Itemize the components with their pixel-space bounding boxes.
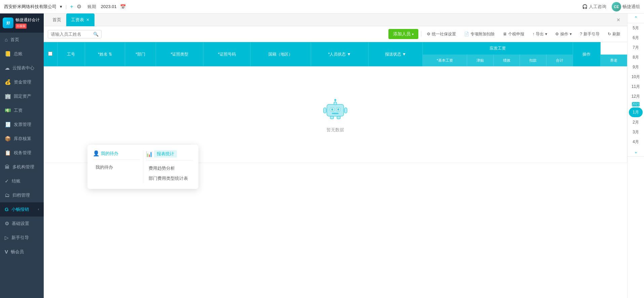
svg-rect-4 bbox=[337, 108, 339, 110]
period-value: 2023.01 bbox=[101, 4, 117, 9]
col-id-number: *证照号码 bbox=[203, 42, 250, 66]
operation-btn[interactable]: ⚙ 操作 ▾ bbox=[553, 30, 574, 38]
select-all-checkbox[interactable] bbox=[48, 52, 52, 56]
expense-trend-item[interactable]: 费用趋势分析 bbox=[146, 163, 193, 173]
search-input[interactable] bbox=[51, 32, 92, 37]
vip-icon: V bbox=[5, 249, 8, 255]
sidebar-label-inventory: 库存核算 bbox=[14, 136, 31, 142]
timeline-month-6[interactable]: 6月 bbox=[628, 33, 644, 43]
sidebar-item-home[interactable]: ⌂ 首页 bbox=[0, 33, 44, 47]
empty-text: 暂无数据 bbox=[327, 127, 344, 133]
refresh-btn[interactable]: ↻ 刷新 bbox=[605, 30, 623, 38]
calendar-icon[interactable]: 📅 bbox=[120, 4, 126, 9]
col-check[interactable] bbox=[44, 42, 57, 66]
svg-rect-3 bbox=[331, 108, 333, 110]
add-company-btn[interactable]: + bbox=[70, 4, 73, 10]
user-label: 畅捷通组 bbox=[622, 4, 640, 10]
popup-divider bbox=[143, 150, 143, 184]
add-person-btn[interactable]: 添加人员 ▾ bbox=[388, 29, 418, 39]
col-total: 合计 bbox=[546, 55, 573, 66]
tab-salary[interactable]: 工资表 ✕ bbox=[66, 13, 94, 26]
company-dropdown[interactable]: ▾ bbox=[60, 4, 62, 9]
sidebar-label-settings: 基础设置 bbox=[12, 221, 29, 227]
my-todo-item[interactable]: 我的待办 bbox=[93, 162, 140, 172]
col-base-salary: *基本工资 bbox=[423, 55, 467, 66]
multi-org-icon: 🏛 bbox=[5, 164, 10, 170]
popup-col-2: 📊 报表统计 费用趋势分析 部门费用类型统计表 bbox=[146, 150, 193, 184]
timeline-month-8[interactable]: 8月 bbox=[628, 53, 644, 62]
settings-icon[interactable]: ⚙ bbox=[77, 3, 81, 10]
sidebar-item-expense[interactable]: G 小畅报销 ‹ bbox=[0, 202, 44, 217]
search-icon: 🔍 bbox=[93, 32, 99, 37]
support-btn[interactable]: 🎧 人工咨询 bbox=[582, 4, 606, 10]
tab-close-btn[interactable]: ✕ bbox=[86, 18, 89, 22]
sidebar-item-inventory[interactable]: 📦 库存核算 bbox=[0, 132, 44, 146]
inventory-icon: 📦 bbox=[5, 136, 11, 142]
sidebar-item-assets[interactable]: 🏢 固定资产 bbox=[0, 89, 44, 103]
sidebar-item-cloud-reports[interactable]: ☁ 云报表中心 bbox=[0, 61, 44, 75]
col-nationality: 国籍（地区） bbox=[251, 42, 311, 66]
sidebar-item-archive[interactable]: 🗂 归档管理 bbox=[0, 188, 44, 202]
timeline-month-12[interactable]: 12月 bbox=[628, 92, 644, 101]
sidebar-item-ledger[interactable]: 📒 总账 bbox=[0, 47, 44, 61]
guide-btn[interactable]: ? 新手引导 bbox=[577, 30, 602, 38]
svg-rect-10 bbox=[344, 108, 347, 113]
deduction-btn[interactable]: 📄 专项附加扣除 bbox=[461, 30, 497, 38]
sidebar-item-tax[interactable]: 📋 税务管理 bbox=[0, 146, 44, 160]
guide-icon: ▷ bbox=[5, 235, 9, 241]
timeline-month-10[interactable]: 10月 bbox=[628, 72, 644, 82]
sidebar-item-settings[interactable]: ⚙ 基础设置 bbox=[0, 217, 44, 231]
sidebar-label-vip: 畅会员 bbox=[11, 249, 24, 255]
svg-rect-5 bbox=[332, 113, 339, 114]
popup-col-1: 👤 我的待办 我的待办 bbox=[93, 150, 140, 184]
svg-rect-12 bbox=[337, 116, 340, 119]
export-arrow: ▾ bbox=[545, 32, 547, 36]
expense-icon: G bbox=[5, 206, 9, 212]
timeline-month-4[interactable]: 4月 bbox=[628, 137, 644, 147]
dept-expense-item[interactable]: 部门费用类型统计表 bbox=[146, 173, 193, 184]
timeline-month-5[interactable]: 5月 bbox=[628, 23, 644, 33]
support-label: 人工咨询 bbox=[589, 4, 606, 10]
avatar: CE bbox=[612, 2, 621, 11]
invoice-icon: 🧾 bbox=[5, 122, 11, 128]
sidebar-item-funds[interactable]: 💰 资金管理 bbox=[0, 75, 44, 89]
sidebar-label-home: 首页 bbox=[10, 37, 19, 43]
svg-rect-11 bbox=[330, 116, 334, 119]
operation-label: 操作 bbox=[560, 31, 568, 37]
tab-bar: 首页 工资表 ✕ ✕ bbox=[44, 13, 627, 26]
timeline-up-btn[interactable]: ⌃ bbox=[633, 14, 639, 22]
popup-menu: 👤 我的待办 我的待办 📊 报表统计 bbox=[87, 145, 198, 189]
export-btn[interactable]: ↑ 导出 ▾ bbox=[530, 30, 550, 38]
sidebar-item-settle[interactable]: ✓ 结账 bbox=[0, 174, 44, 188]
window-close-icon[interactable]: ✕ bbox=[616, 17, 620, 23]
sidebar-label-cloud: 云报表中心 bbox=[12, 65, 34, 71]
timeline-month-11[interactable]: 11月 bbox=[628, 82, 644, 92]
col-name: *姓名 ⇅ bbox=[85, 42, 125, 66]
sidebar-item-multi-org[interactable]: 🏛 多机构管理 bbox=[0, 160, 44, 174]
tax-report-btn[interactable]: 🖥 个税申报 bbox=[500, 30, 527, 38]
timeline-month-1[interactable]: 1月 bbox=[629, 107, 643, 117]
timeline-month-2[interactable]: 2月 bbox=[628, 118, 644, 127]
toolbar-right: 添加人员 ▾ ⚙ 统一社保设置 📄 专项附加扣除 🖥 个税申报 ↑ bbox=[388, 29, 623, 39]
timeline-month-7[interactable]: 7月 bbox=[628, 43, 644, 53]
timeline-down-btn[interactable]: ⌄ bbox=[633, 147, 639, 156]
col-action: 操作 bbox=[573, 42, 601, 66]
timeline-month-3[interactable]: 3月 bbox=[628, 127, 644, 137]
add-dropdown-arrow: ▾ bbox=[412, 32, 414, 36]
salary-icon: 💵 bbox=[5, 107, 11, 113]
timeline-month-9[interactable]: 9月 bbox=[628, 62, 644, 72]
sidebar-item-salary[interactable]: 💵 工资 bbox=[0, 103, 44, 118]
top-header: 西安虾米网络科技有限公司 ▾ | + ⚙ 账期 2023.01 📅 🎧 人工咨询… bbox=[0, 0, 644, 13]
tab-close-window[interactable]: ✕ bbox=[616, 17, 623, 23]
search-wrap[interactable]: 🔍 bbox=[48, 30, 102, 38]
my-todo-label: 我的待办 bbox=[96, 165, 113, 170]
social-security-icon: ⚙ bbox=[427, 32, 430, 36]
sidebar-item-vip[interactable]: V 畅会员 bbox=[0, 245, 44, 259]
sidebar-item-invoice[interactable]: 🧾 发票管理 bbox=[0, 118, 44, 132]
tab-home[interactable]: 首页 bbox=[48, 13, 66, 26]
user-menu[interactable]: CE 畅捷通组 bbox=[612, 2, 640, 11]
social-security-btn[interactable]: ⚙ 统一社保设置 bbox=[424, 30, 459, 38]
col-allowance: 津贴 bbox=[467, 55, 494, 66]
sidebar-item-guide[interactable]: ▷ 新手引导 bbox=[0, 231, 44, 245]
tax-icon: 📋 bbox=[5, 150, 11, 156]
